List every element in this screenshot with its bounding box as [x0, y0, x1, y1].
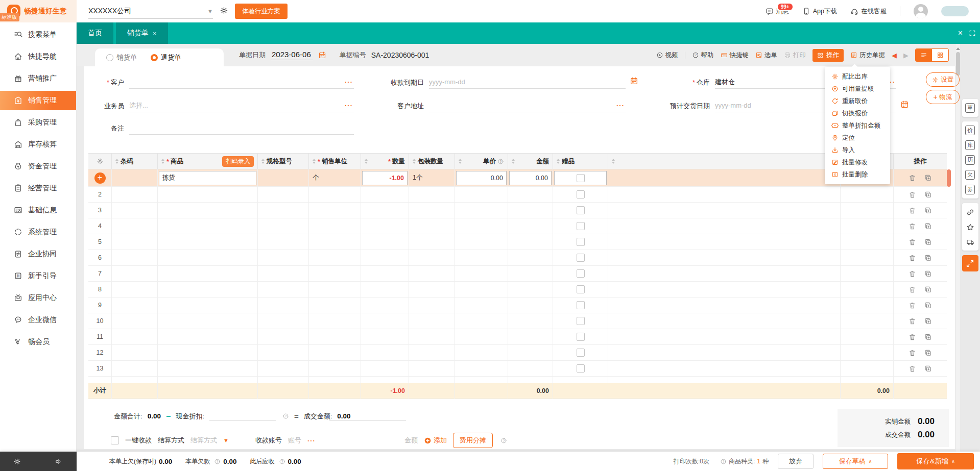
gift-checkbox[interactable]: [577, 349, 585, 357]
add-row-button[interactable]: +: [94, 172, 106, 184]
empty-cell[interactable]: [158, 218, 258, 234]
empty-cell[interactable]: [361, 345, 409, 361]
empty-cell[interactable]: [508, 313, 553, 329]
empty-cell[interactable]: [841, 313, 894, 329]
address-field[interactable]: ···: [429, 99, 626, 112]
spec-cell[interactable]: [258, 169, 309, 187]
empty-cell[interactable]: [608, 313, 841, 329]
empty-cell[interactable]: [508, 203, 553, 218]
sidebar-item-企业协同[interactable]: 企业协同: [0, 243, 76, 265]
more-dots-icon[interactable]: ···: [307, 437, 316, 444]
sort-icon[interactable]: [313, 157, 316, 165]
empty-cell[interactable]: [158, 203, 258, 218]
empty-cell[interactable]: [112, 203, 158, 218]
print-button[interactable]: 打印: [784, 51, 806, 60]
empty-cell[interactable]: [608, 329, 841, 345]
footer-gear-icon[interactable]: [13, 458, 21, 465]
delete-row-icon[interactable]: [909, 365, 916, 373]
chevron-down-icon[interactable]: ▼: [223, 437, 229, 443]
empty-cell[interactable]: [361, 187, 409, 203]
discount-input[interactable]: [209, 411, 276, 421]
gift-checkbox[interactable]: [577, 206, 585, 214]
empty-cell[interactable]: [309, 298, 361, 313]
empty-cell[interactable]: [841, 282, 894, 298]
copy-row-icon[interactable]: [924, 207, 932, 214]
gift-checkbox[interactable]: [577, 254, 585, 262]
empty-cell[interactable]: [158, 266, 258, 282]
gift-checkbox[interactable]: [577, 174, 585, 182]
company-select[interactable]: XXXXXX公司 ▼: [88, 4, 213, 19]
empty-cell[interactable]: [409, 313, 455, 329]
delete-row-icon[interactable]: [909, 286, 916, 293]
empty-cell[interactable]: [608, 234, 841, 250]
dock-tile-库[interactable]: 库: [963, 138, 977, 153]
empty-cell[interactable]: [409, 361, 455, 377]
more-dots-icon[interactable]: ···: [345, 102, 353, 109]
empty-cell[interactable]: [508, 298, 553, 313]
empty-cell[interactable]: [455, 329, 508, 345]
sidebar-item-采购管理[interactable]: 采购管理: [0, 111, 76, 133]
empty-cell[interactable]: [258, 313, 309, 329]
menu-item-重新取价[interactable]: 重新取价: [825, 95, 890, 107]
empty-cell[interactable]: [258, 298, 309, 313]
fullscreen-icon[interactable]: [969, 30, 976, 37]
empty-cell[interactable]: [841, 218, 894, 234]
owe-help-icon[interactable]: ?: [214, 458, 221, 465]
due-date-calendar-icon[interactable]: [630, 77, 638, 85]
sidebar-item-库存核算[interactable]: 库存核算: [0, 133, 76, 155]
empty-cell[interactable]: [409, 345, 455, 361]
empty-cell[interactable]: [361, 218, 409, 234]
close-icon[interactable]: ×: [958, 29, 963, 38]
cost-share-button[interactable]: 费用分摊: [453, 433, 493, 448]
empty-cell[interactable]: [608, 218, 841, 234]
delete-row-icon[interactable]: [909, 207, 916, 214]
tab-home[interactable]: 首页: [77, 22, 113, 44]
sort-icon[interactable]: [459, 157, 462, 165]
menu-item-配比出库[interactable]: 配比出库: [825, 70, 890, 83]
empty-cell[interactable]: [841, 266, 894, 282]
empty-cell[interactable]: [361, 266, 409, 282]
empty-cell[interactable]: [158, 250, 258, 266]
empty-cell[interactable]: [158, 282, 258, 298]
empty-cell[interactable]: [112, 187, 158, 203]
scroll-up-arrow-icon[interactable]: [956, 45, 960, 50]
copy-row-icon[interactable]: [924, 222, 932, 230]
radio-sales-order[interactable]: 销货单: [106, 53, 137, 62]
copy-row-icon[interactable]: [924, 333, 932, 341]
empty-cell[interactable]: [112, 298, 158, 313]
onekey-checkbox[interactable]: [111, 436, 119, 444]
app-download-item[interactable]: App下载: [802, 7, 837, 16]
menu-item-定位[interactable]: 定位: [825, 132, 890, 144]
empty-cell[interactable]: [112, 250, 158, 266]
expand-panel-button[interactable]: [962, 255, 978, 271]
sidebar-item-新手引导[interactable]: 新新手引导: [0, 265, 76, 287]
discount-help-icon[interactable]: ?: [282, 413, 289, 419]
empty-cell[interactable]: [508, 250, 553, 266]
empty-cell[interactable]: [409, 329, 455, 345]
calendar-icon[interactable]: [318, 51, 326, 59]
copy-row-icon[interactable]: [924, 254, 932, 262]
empty-cell[interactable]: [455, 250, 508, 266]
gift-checkbox[interactable]: [577, 333, 585, 341]
empty-cell[interactable]: [841, 361, 894, 377]
add-payment-button[interactable]: 添加: [424, 436, 447, 445]
grid-view-button[interactable]: [932, 49, 948, 61]
more-dots-icon[interactable]: ···: [345, 78, 353, 86]
delete-row-icon[interactable]: [909, 349, 916, 357]
empty-cell[interactable]: [508, 218, 553, 234]
method-select[interactable]: 结算方式: [190, 436, 217, 445]
sort-icon[interactable]: [365, 157, 368, 165]
empty-cell[interactable]: [455, 313, 508, 329]
empty-cell[interactable]: [309, 218, 361, 234]
sidebar-item-畅会员[interactable]: 畅会员: [0, 331, 76, 353]
page-scrollbar[interactable]: [956, 44, 960, 452]
copy-row-icon[interactable]: [924, 317, 932, 325]
empty-cell[interactable]: [309, 361, 361, 377]
dock-tile-欠[interactable]: 欠: [963, 167, 977, 182]
prev-doc-arrow[interactable]: ◀: [892, 52, 897, 59]
dock-tile-历[interactable]: 历: [963, 153, 977, 167]
empty-cell[interactable]: [409, 266, 455, 282]
copy-row-icon[interactable]: [924, 349, 932, 357]
account-field[interactable]: 账号: [288, 436, 301, 445]
copy-row-icon[interactable]: [924, 302, 932, 309]
